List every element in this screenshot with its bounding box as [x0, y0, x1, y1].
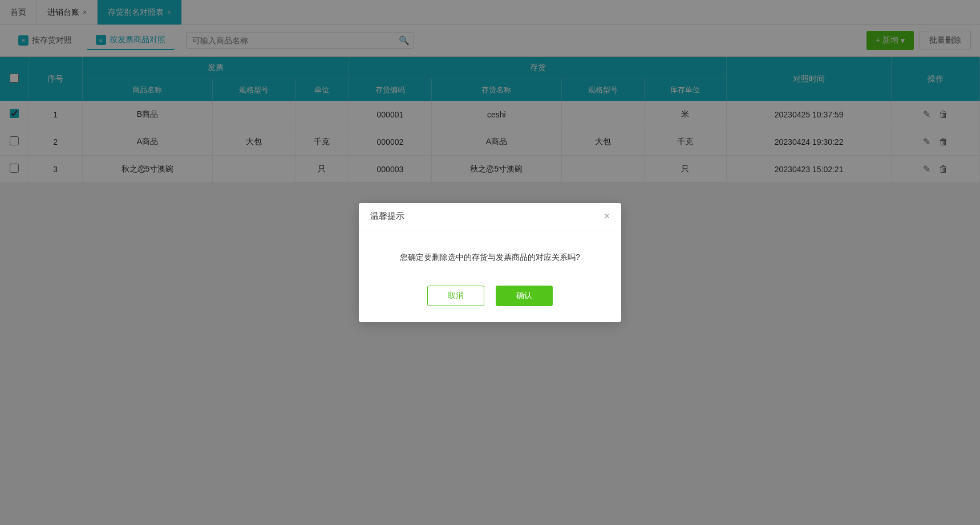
dialog-body: 您确定要删除选中的存货与发票商品的对应关系吗? — [359, 230, 621, 280]
dialog-cancel-button[interactable]: 取消 — [427, 286, 484, 306]
dialog: 温馨提示 × 您确定要删除选中的存货与发票商品的对应关系吗? 取消 确认 — [359, 203, 621, 323]
dialog-overlay: 温馨提示 × 您确定要删除选中的存货与发票商品的对应关系吗? 取消 确认 — [0, 0, 980, 525]
dialog-footer: 取消 确认 — [359, 280, 621, 322]
dialog-message: 您确定要删除选中的存货与发票商品的对应关系吗? — [400, 253, 580, 262]
dialog-title: 温馨提示 — [370, 211, 404, 222]
dialog-close-button[interactable]: × — [604, 211, 610, 221]
dialog-header: 温馨提示 × — [359, 203, 621, 230]
dialog-confirm-button[interactable]: 确认 — [496, 286, 553, 306]
